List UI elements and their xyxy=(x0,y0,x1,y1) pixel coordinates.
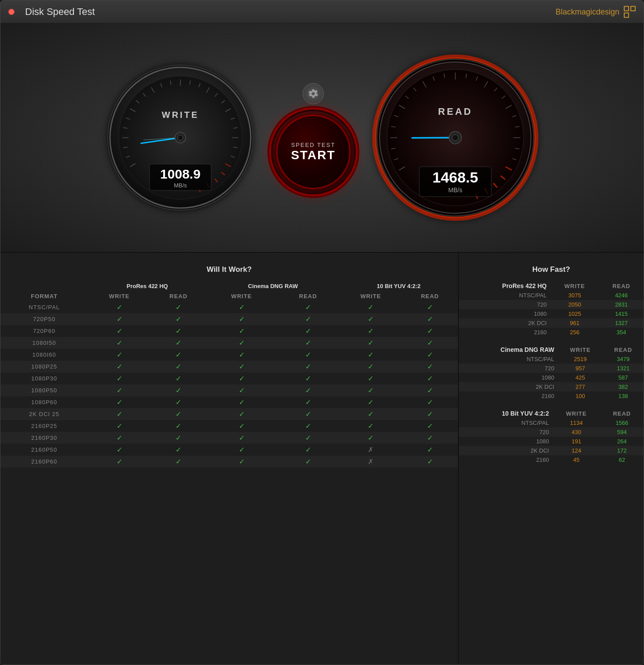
check-cell: ✓ xyxy=(206,420,276,432)
yuv-write-header: WRITE xyxy=(340,291,402,301)
write-gauge: WRITE 1008.9 MB/s xyxy=(106,63,255,212)
check-cell: ✓ xyxy=(402,301,458,313)
gear-icon xyxy=(308,88,318,99)
checkmark-icon: ✓ xyxy=(305,339,311,347)
hf-read-header: READ xyxy=(603,345,644,354)
checkmark-icon: ✓ xyxy=(239,339,245,347)
read-gauge-svg: READ 1468.5 MB/s xyxy=(372,54,539,221)
hf-write-value: 1025 xyxy=(550,309,599,318)
table-row: 1080p60✓✓✓✓✓✓ xyxy=(0,396,458,408)
table-row: 1080p50✓✓✓✓✓✓ xyxy=(0,384,458,396)
close-button[interactable] xyxy=(8,9,15,15)
hf-row-label: 2K DCI xyxy=(459,318,550,328)
brand-name: Blackmagicdesign xyxy=(556,7,619,16)
hf-row-label: 1080 xyxy=(459,437,553,446)
checkmark-icon: ✓ xyxy=(239,363,245,370)
how-fast-section-group: 10 Bit YUV 4:2:2WRITEREADNTSC/PAL1134156… xyxy=(459,409,644,464)
start-button-main-label: START xyxy=(291,148,335,162)
check-cell: ✓ xyxy=(206,373,276,384)
checkmark-icon: ✓ xyxy=(176,327,181,335)
table-row: 2160p60✓✓✓✓✗✓ xyxy=(0,456,458,468)
checkmark-icon: ✓ xyxy=(305,434,311,442)
checkmark-icon: ✓ xyxy=(427,422,433,430)
checkmark-icon: ✓ xyxy=(117,339,122,347)
checkmark-icon: ✓ xyxy=(427,398,433,406)
cdng-header: Cinema DNG RAW xyxy=(206,281,339,291)
check-cell: ✓ xyxy=(402,349,458,361)
hf-row-label: 2160 xyxy=(459,328,550,337)
check-cell: ✓ xyxy=(206,361,276,373)
checkmark-icon: ✓ xyxy=(368,303,373,311)
format-cell: 1080p30 xyxy=(0,373,88,384)
hf-read-value: 138 xyxy=(603,391,644,401)
hf-write-value: 100 xyxy=(558,391,603,401)
hf-row-label: NTSC/PAL xyxy=(459,291,550,300)
settings-button[interactable] xyxy=(303,83,324,104)
check-cell: ✓ xyxy=(88,361,150,373)
how-fast-table: 10 Bit YUV 4:2:2WRITEREADNTSC/PAL1134156… xyxy=(459,409,644,464)
how-fast-section-group: Cinema DNG RAWWRITEREADNTSC/PAL251934797… xyxy=(459,345,644,401)
check-cell: ✓ xyxy=(88,301,150,313)
cross-icon: ✗ xyxy=(368,446,373,453)
cdng-read-header: READ xyxy=(277,291,340,301)
check-cell: ✓ xyxy=(150,325,206,337)
prores-header: ProRes 422 HQ xyxy=(88,281,206,291)
check-cell: ✓ xyxy=(88,420,150,432)
check-cell: ✓ xyxy=(150,432,206,444)
check-cell: ✓ xyxy=(206,313,276,325)
hf-row-label: 720 xyxy=(459,300,550,309)
check-cell: ✓ xyxy=(206,384,276,396)
checkmark-icon: ✓ xyxy=(176,363,181,370)
check-cell: ✓ xyxy=(340,420,402,432)
checkmark-icon: ✓ xyxy=(239,398,245,406)
hf-write-value: 1134 xyxy=(553,418,600,428)
hf-read-value: 587 xyxy=(603,373,644,382)
check-cell: ✓ xyxy=(88,444,150,456)
hf-data-row: 720430594 xyxy=(459,428,644,437)
checkmark-icon: ✓ xyxy=(305,398,311,406)
will-it-work-section: Will It Work? ProRes 422 HQ Cinema DNG R… xyxy=(0,253,459,665)
gauge-section: WRITE 1008.9 MB/s SPEED TEST START xyxy=(0,23,644,252)
check-cell: ✓ xyxy=(150,408,206,420)
checkmark-icon: ✓ xyxy=(305,458,311,465)
check-cell: ✓ xyxy=(402,408,458,420)
brand-icon-cell-1 xyxy=(624,6,629,11)
title-bar: Disk Speed Test Blackmagicdesign xyxy=(0,0,644,23)
hf-data-row: 7209571321 xyxy=(459,364,644,373)
check-cell: ✓ xyxy=(402,420,458,432)
speed-test-start-button[interactable]: SPEED TEST START xyxy=(273,111,354,193)
table-row: 720p60✓✓✓✓✓✓ xyxy=(0,325,458,337)
hf-read-header: READ xyxy=(600,409,644,418)
checkmark-icon: ✓ xyxy=(239,327,245,335)
brand-logo: Blackmagicdesign xyxy=(556,6,636,18)
checkmark-icon: ✓ xyxy=(427,363,433,370)
checkmark-icon: ✓ xyxy=(427,327,433,335)
hf-write-value: 277 xyxy=(558,382,603,391)
hf-read-value: 2831 xyxy=(599,300,644,309)
hf-write-value: 2050 xyxy=(550,300,599,309)
check-cell: ✓ xyxy=(340,361,402,373)
svg-text:READ: READ xyxy=(438,106,472,117)
hf-read-value: 62 xyxy=(600,455,644,464)
check-cell: ✓ xyxy=(150,444,206,456)
how-fast-table: Cinema DNG RAWWRITEREADNTSC/PAL251934797… xyxy=(459,345,644,401)
yuv-read-header: READ xyxy=(402,291,458,301)
check-cell: ✗ xyxy=(340,456,402,468)
checkmark-icon: ✓ xyxy=(176,398,181,406)
checkmark-icon: ✓ xyxy=(427,303,433,311)
hf-data-row: 1080191264 xyxy=(459,437,644,446)
hf-data-row: NTSC/PAL25193479 xyxy=(459,354,644,364)
check-cell: ✓ xyxy=(340,337,402,349)
table-header-row-2: FORMAT WRITE READ WRITE READ WRITE READ xyxy=(0,291,458,301)
table-row: 2160p25✓✓✓✓✓✓ xyxy=(0,420,458,432)
check-cell: ✓ xyxy=(277,373,340,384)
check-cell: ✓ xyxy=(277,325,340,337)
check-cell: ✓ xyxy=(206,349,276,361)
svg-point-36 xyxy=(178,135,183,140)
check-cell: ✓ xyxy=(340,396,402,408)
checkmark-icon: ✓ xyxy=(176,387,181,394)
checkmark-icon: ✓ xyxy=(117,351,122,358)
will-it-work-title: Will It Work? xyxy=(0,262,458,281)
check-cell: ✓ xyxy=(340,313,402,325)
format-cell: 2160p50 xyxy=(0,444,88,456)
